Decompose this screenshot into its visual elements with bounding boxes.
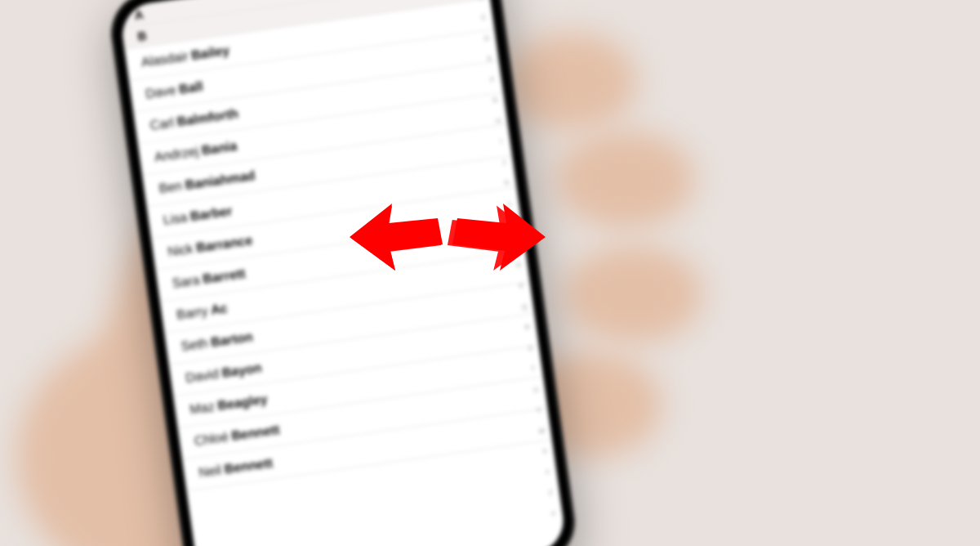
contact-first: Maz bbox=[189, 400, 215, 418]
contact-first: Nick bbox=[167, 241, 194, 259]
index-letter[interactable]: M bbox=[506, 221, 519, 229]
contact-first: Alasdair bbox=[140, 49, 189, 70]
index-letter[interactable]: Y bbox=[541, 468, 554, 477]
contact-last: Ac bbox=[210, 301, 229, 318]
index-letter[interactable]: P bbox=[515, 283, 528, 291]
contact-first: Carl bbox=[149, 115, 176, 133]
index-letter[interactable]: B bbox=[474, 0, 487, 2]
contact-first: Neil bbox=[198, 463, 222, 481]
index-letter[interactable]: W bbox=[536, 427, 548, 436]
index-letter[interactable]: R bbox=[521, 324, 533, 332]
index-letter[interactable]: Q bbox=[519, 303, 531, 311]
index-letter[interactable]: E bbox=[483, 56, 496, 64]
index-letter[interactable]: Z bbox=[545, 490, 557, 498]
phone-frame: A B AlasdairBailey DaveBall CarlBalmfort… bbox=[105, 0, 580, 546]
contact-last: Barton bbox=[210, 329, 254, 350]
contacts-screen[interactable]: A B AlasdairBailey DaveBall CarlBalmfort… bbox=[118, 0, 567, 546]
contact-last: Bayon bbox=[220, 360, 262, 381]
index-letter[interactable]: V bbox=[532, 406, 545, 414]
contact-last: Balmforth bbox=[176, 106, 239, 129]
contact-first: Andrzej bbox=[154, 144, 199, 164]
contact-last: Barrance bbox=[195, 233, 253, 255]
index-letter[interactable]: G bbox=[489, 96, 501, 105]
contact-first: David bbox=[185, 366, 220, 386]
contact-last: Barrett bbox=[202, 266, 246, 287]
contact-first: Sara bbox=[172, 273, 201, 292]
contact-last: Beagley bbox=[216, 392, 268, 413]
contact-first: Dave bbox=[145, 83, 177, 101]
index-letter[interactable]: S bbox=[524, 345, 537, 353]
contact-first: Barry bbox=[176, 304, 208, 323]
index-letter[interactable]: F bbox=[487, 76, 499, 84]
index-letter[interactable]: U bbox=[530, 386, 542, 394]
index-letter[interactable]: D bbox=[480, 34, 492, 43]
index-letter[interactable]: J bbox=[498, 159, 510, 167]
index-letter[interactable]: I bbox=[495, 138, 507, 146]
index-letter[interactable]: K bbox=[501, 179, 513, 187]
contact-last: Bennett bbox=[224, 455, 274, 477]
contact-last: Bania bbox=[201, 139, 238, 159]
index-letter[interactable]: N bbox=[510, 241, 522, 249]
index-letter[interactable]: # bbox=[547, 510, 559, 518]
index-letter[interactable]: T bbox=[527, 365, 539, 374]
contact-last: Bennett bbox=[230, 423, 280, 444]
contact-last: Ball bbox=[178, 79, 204, 97]
index-letter[interactable]: L bbox=[504, 200, 516, 208]
contact-last: Baniahmad bbox=[185, 168, 256, 193]
contact-last: Barber bbox=[189, 204, 234, 224]
contact-last: Bailey bbox=[190, 43, 230, 63]
index-letter[interactable]: X bbox=[539, 448, 551, 456]
contact-first: Chloé bbox=[194, 430, 229, 450]
index-letter[interactable]: H bbox=[492, 117, 505, 125]
contact-first: Lisa bbox=[163, 210, 189, 228]
index-letter[interactable]: C bbox=[478, 14, 490, 22]
contact-first: Ben bbox=[158, 178, 183, 196]
index-letter[interactable]: O bbox=[513, 262, 525, 270]
contact-first: Seth bbox=[180, 336, 209, 354]
